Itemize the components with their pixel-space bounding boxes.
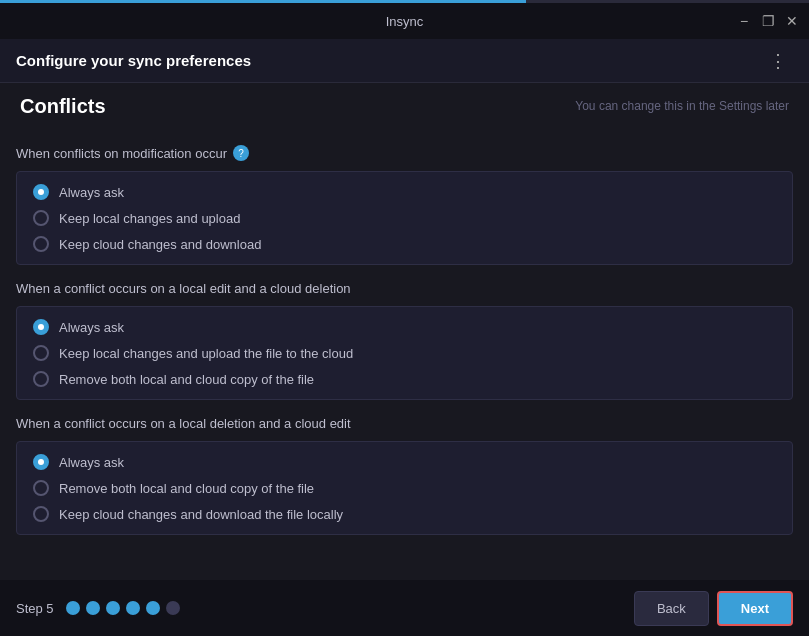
- section2-label2: Keep local changes and upload the file t…: [59, 346, 353, 361]
- help-icon-section1[interactable]: ?: [233, 145, 249, 161]
- step-dot-4: [126, 601, 140, 615]
- step-dot-5: [146, 601, 160, 615]
- section1-option1[interactable]: Always ask: [33, 184, 776, 200]
- section3-radio3[interactable]: [33, 506, 49, 522]
- section3-option3[interactable]: Keep cloud changes and download the file…: [33, 506, 776, 522]
- section-modification: When conflicts on modification occur ? A…: [16, 145, 793, 265]
- footer-buttons: Back Next: [634, 591, 793, 626]
- section-3-label: When a conflict occurs on a local deleti…: [16, 416, 793, 431]
- step-dot-3: [106, 601, 120, 615]
- section3-radio1[interactable]: [33, 454, 49, 470]
- section3-label2: Remove both local and cloud copy of the …: [59, 481, 314, 496]
- section-1-options: Always ask Keep local changes and upload…: [16, 171, 793, 265]
- section1-radio1[interactable]: [33, 184, 49, 200]
- section-local-delete-cloud-edit: When a conflict occurs on a local deleti…: [16, 416, 793, 535]
- main-content: When conflicts on modification occur ? A…: [0, 129, 809, 580]
- section2-radio1[interactable]: [33, 319, 49, 335]
- section-2-options: Always ask Keep local changes and upload…: [16, 306, 793, 400]
- section-title: Conflicts: [20, 95, 106, 118]
- section-hint: You can change this in the Settings late…: [575, 99, 789, 113]
- section1-radio3[interactable]: [33, 236, 49, 252]
- main-window: Insync − ❐ ✕ Configure your sync prefere…: [0, 0, 809, 636]
- section-2-label: When a conflict occurs on a local edit a…: [16, 281, 793, 296]
- step-indicator: Step 5: [16, 601, 180, 616]
- section3-option1[interactable]: Always ask: [33, 454, 776, 470]
- section1-label3: Keep cloud changes and download: [59, 237, 261, 252]
- section-1-label: When conflicts on modification occur ?: [16, 145, 793, 161]
- section2-option3[interactable]: Remove both local and cloud copy of the …: [33, 371, 776, 387]
- footer: Step 5 Back Next: [0, 580, 809, 636]
- title-bar: Insync − ❐ ✕: [0, 3, 809, 39]
- section1-radio2[interactable]: [33, 210, 49, 226]
- step-dot-2: [86, 601, 100, 615]
- window-title: Insync: [386, 14, 424, 29]
- section3-option2[interactable]: Remove both local and cloud copy of the …: [33, 480, 776, 496]
- restore-button[interactable]: ❐: [759, 12, 777, 30]
- section2-radio3[interactable]: [33, 371, 49, 387]
- back-button[interactable]: Back: [634, 591, 709, 626]
- step-label: Step 5: [16, 601, 54, 616]
- section3-radio2[interactable]: [33, 480, 49, 496]
- close-button[interactable]: ✕: [783, 12, 801, 30]
- section1-option3[interactable]: Keep cloud changes and download: [33, 236, 776, 252]
- minimize-button[interactable]: −: [735, 12, 753, 30]
- sub-header: Conflicts You can change this in the Set…: [0, 83, 809, 129]
- section-3-options: Always ask Remove both local and cloud c…: [16, 441, 793, 535]
- section-local-edit-cloud-delete: When a conflict occurs on a local edit a…: [16, 281, 793, 400]
- section3-label1: Always ask: [59, 455, 124, 470]
- section1-option2[interactable]: Keep local changes and upload: [33, 210, 776, 226]
- section2-label1: Always ask: [59, 320, 124, 335]
- header-menu-button[interactable]: ⋮: [763, 46, 793, 76]
- window-controls: − ❐ ✕: [735, 12, 801, 30]
- section3-label3: Keep cloud changes and download the file…: [59, 507, 343, 522]
- section1-label2: Keep local changes and upload: [59, 211, 240, 226]
- header: Configure your sync preferences ⋮: [0, 39, 809, 83]
- section2-option1[interactable]: Always ask: [33, 319, 776, 335]
- section2-label3: Remove both local and cloud copy of the …: [59, 372, 314, 387]
- step-dots: [66, 601, 180, 615]
- step-dot-1: [66, 601, 80, 615]
- header-title: Configure your sync preferences: [16, 52, 251, 69]
- step-dot-6: [166, 601, 180, 615]
- section2-option2[interactable]: Keep local changes and upload the file t…: [33, 345, 776, 361]
- section2-radio2[interactable]: [33, 345, 49, 361]
- section1-label1: Always ask: [59, 185, 124, 200]
- next-button[interactable]: Next: [717, 591, 793, 626]
